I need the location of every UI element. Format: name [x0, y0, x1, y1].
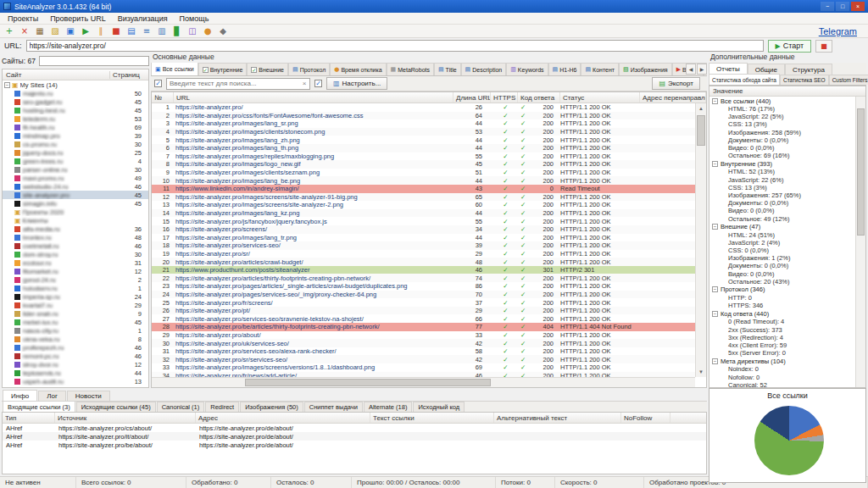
delete-project-icon[interactable]: × [18, 25, 31, 37]
site-tree-item[interactable]: seo-gadget.ru45 [3, 97, 148, 106]
report-item[interactable]: HTML: 76 (17%) [709, 105, 855, 113]
report-item[interactable]: HTML: 52 (13%) [709, 168, 855, 175]
table-row[interactable]: 17https://site-analyzer.pro/images/lang_… [152, 234, 695, 242]
columns-icon[interactable]: ▥ [155, 25, 169, 37]
collapse-icon[interactable]: − [712, 98, 718, 104]
info-column-2[interactable]: Источник [55, 413, 196, 423]
site-tree-root[interactable]: −▣My Sites (14) [3, 80, 148, 89]
site-tree-item[interactable]: imperia-sp.ru24 [3, 292, 148, 301]
table-row[interactable]: 20https://site-analyzer.pro/articles/cra… [152, 258, 695, 266]
tab-title[interactable]: ▤Title [434, 63, 461, 75]
info-tab-лог[interactable]: Лог [38, 391, 66, 401]
collapse-icon[interactable]: − [712, 224, 718, 230]
row-url[interactable]: https://site-analyzer.pro/images/lang_zh… [174, 136, 453, 144]
tab-изображения[interactable]: ▧Изображения [619, 63, 672, 75]
minimize-button[interactable]: − [821, 2, 834, 11]
stop-icon[interactable]: ■ [109, 25, 123, 37]
report-item[interactable]: Видео: 0 (0,0%) [709, 270, 855, 278]
report-item[interactable]: CSS: 13 (3%) [709, 184, 855, 191]
tab-scroll-left[interactable]: ◀ [686, 64, 696, 75]
row-url[interactable]: https://site-analyzer.pro/screens/ [174, 225, 453, 233]
site-tree-item[interactable]: stroy-dvor.ru12 [3, 360, 148, 369]
configure-button[interactable]: ▥ Настроить... [326, 77, 387, 90]
info-subtab[interactable]: Исходный код [413, 402, 465, 412]
info-column-5[interactable]: Альтернативный текст [494, 413, 621, 423]
row-url[interactable]: https://site-analyzer.pro/js/fancybox/jq… [174, 218, 453, 225]
row-url[interactable]: https://site-analyzer.pro/images/lang_tr… [174, 234, 453, 241]
row-url[interactable]: https://site-analyzer.pro/images/screens… [174, 193, 453, 201]
report-item[interactable]: 4xx (Client Error): 59 [709, 341, 855, 349]
extra-subtab[interactable]: Custom Filters [829, 75, 868, 85]
table-row[interactable]: 3https://site-analyzer.pro/images/lang_s… [152, 119, 695, 128]
grid-column-1[interactable]: № [152, 92, 174, 103]
checkbox-icon[interactable]: ✓ [251, 67, 257, 73]
site-tree-item[interactable]: webstudio-24.ru46 [3, 182, 148, 191]
table-row[interactable]: 13https://site-analyzer.pro/images/scree… [152, 201, 695, 209]
site-tree-item[interactable]: uspeh-audit.ru13 [3, 377, 148, 385]
info-subtab[interactable]: Изображения (50) [240, 402, 303, 412]
search-clear-icon[interactable]: × [299, 80, 309, 87]
site-tree-item[interactable]: alfa-media.ru36 [3, 225, 148, 233]
scroll-down-icon[interactable]: ▼ [696, 367, 706, 377]
tab-h1-h6[interactable]: ▤H1-H6 [548, 63, 581, 75]
table-row[interactable]: 28https://site-analyzer.pro/be/articles/… [152, 323, 695, 331]
report-item[interactable]: Изображения: 1 (2%) [709, 254, 855, 262]
table-row[interactable]: 15https://site-analyzer.pro/js/fancybox/… [152, 217, 695, 225]
row-url[interactable]: https://site-analyzer.pro/css/fonts/Font… [174, 112, 453, 119]
chart-icon[interactable]: ▊ [170, 25, 184, 37]
report-item[interactable]: Документы: 0 (0,0%) [709, 199, 855, 207]
menu-item-2[interactable]: Проверить URL [44, 13, 112, 24]
table-row[interactable]: 16https://site-analyzer.pro/screens/34✓✓… [152, 225, 695, 234]
row-url[interactable]: https://site-analyzer.pro/images/logo_ne… [174, 160, 453, 168]
table-row[interactable]: 33https://site-analyzer.pro/images/scree… [152, 363, 695, 372]
menu-item-1[interactable]: Проекты [2, 13, 44, 24]
grid-column-5[interactable]: Код ответа [518, 92, 560, 103]
table-row[interactable]: 26https://site-analyzer.pro/pt/29✓✓200HT… [152, 307, 695, 315]
site-tree-item[interactable]: mindmap.pro39 [3, 131, 148, 140]
save-icon[interactable]: ▣ [64, 25, 77, 37]
report-item[interactable]: JavaScript: 22 (5%) [709, 113, 855, 120]
vertical-scrollbar[interactable]: ▲ ▼ [695, 103, 706, 377]
url-input[interactable] [26, 40, 764, 52]
info-tab-новости[interactable]: Новости [67, 391, 110, 401]
tab-description[interactable]: ▤Description [461, 63, 507, 75]
row-url[interactable]: https://site-analyzer.pro/images/replies… [174, 152, 453, 160]
table-row[interactable]: 2https://site-analyzer.pro/css/fonts/Fon… [152, 112, 695, 120]
dashboard-icon[interactable]: ◫ [186, 25, 199, 37]
table-row[interactable]: 24https://site-analyzer.pro/pages/servic… [152, 291, 695, 299]
report-item[interactable]: 3xx (Redirection): 4 [709, 334, 855, 341]
sites-filter-input[interactable] [39, 56, 149, 66]
table-row[interactable]: 31https://site-analyzer.pro/services-seo… [152, 347, 695, 356]
vertical-scroll-thumb[interactable] [697, 115, 705, 146]
scroll-up-icon[interactable]: ▲ [696, 103, 706, 114]
report-item[interactable]: Документы: 0 (0,0%) [709, 262, 855, 269]
row-url[interactable]: https://site-analyzer.pro/sr/ [174, 250, 453, 258]
tab-внешние[interactable]: ✓Внешние [247, 63, 288, 75]
row-url[interactable]: https://site-analyzer.pro/images/lang_kz… [174, 209, 453, 217]
report-icon[interactable]: ▤ [125, 25, 138, 37]
tab-все-ссылки[interactable]: ▣Все ссылки [151, 63, 198, 75]
table-row[interactable]: 7https://site-analyzer.pro/images/replie… [152, 152, 695, 161]
report-scroll-thumb[interactable] [857, 108, 865, 236]
horizontal-scroll-thumb[interactable] [245, 379, 491, 386]
row-url[interactable]: https://site-analyzer.pro/fr/screens/ [174, 299, 453, 307]
site-tree-item[interactable]: parser-online.ru30 [3, 165, 148, 174]
report-item[interactable]: Изображения: 258 (59%) [709, 129, 855, 136]
table-row[interactable]: 4https://site-analyzer.pro/images/client… [152, 128, 695, 136]
row-url[interactable]: https://www.linkedin.com/in/andrey-simag… [174, 185, 453, 192]
row-url[interactable]: https://site-analyzer.pro/services-seo/ [174, 241, 453, 249]
list-icon[interactable]: ≡ [140, 25, 153, 37]
grid-column-2[interactable]: URL [174, 92, 453, 103]
row-url[interactable]: https://site-analyzer.pro/ [174, 103, 453, 111]
report-item[interactable]: CSS: 13 (3%) [709, 120, 855, 128]
site-tree-item[interactable]: dom-stroy.ru30 [3, 250, 148, 258]
site-tree-item[interactable]: hosting-best.ru45 [3, 106, 148, 114]
maximize-button[interactable]: □ [836, 2, 849, 11]
report-item[interactable]: Canonical: 52 [709, 381, 855, 387]
report-group[interactable]: −Мета директивы (104) [709, 357, 855, 365]
site-tree-folder[interactable]: ▣Проекты 2020 [3, 208, 148, 216]
report-item[interactable]: Документы: 0 (0,0%) [709, 136, 855, 144]
report-item[interactable]: 5xx (Server Error): 0 [709, 349, 855, 357]
table-row[interactable]: 11https://www.linkedin.com/in/andrey-sim… [152, 185, 695, 193]
report-item[interactable]: Изображения: 257 (65%) [709, 191, 855, 199]
